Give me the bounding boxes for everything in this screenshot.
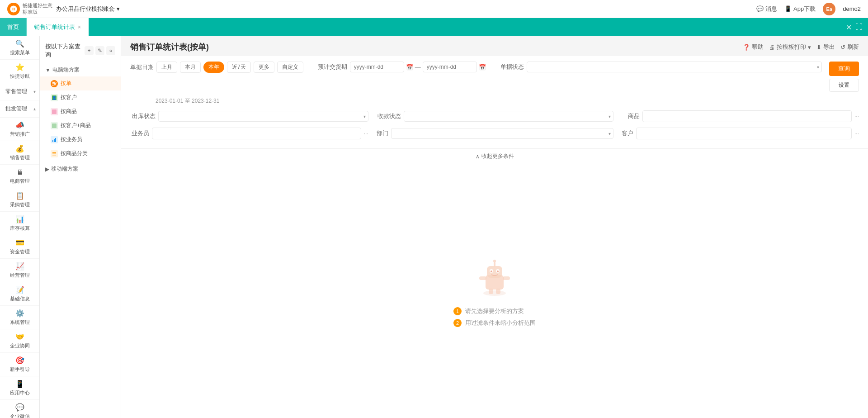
help-icon: ❓: [743, 44, 750, 51]
sidebar-item-inventory[interactable]: 📊 库存核算: [0, 212, 39, 235]
dept-select[interactable]: [391, 128, 614, 139]
payment-select[interactable]: [404, 111, 614, 122]
home-tab-label: 首页: [7, 23, 19, 31]
sidebar-item-app-center[interactable]: 📱 应用中心: [0, 376, 39, 400]
export-button[interactable]: ⬇ 导出: [816, 43, 835, 51]
svg-rect-8: [52, 153, 56, 154]
filter-row-1: 单据日期 上月 本月 本年 近7天 更多 自定义 预计交货期 📅 —: [130, 62, 859, 92]
plan-item-by-customer[interactable]: 👤 按客户: [40, 90, 121, 104]
sidebar-item-marketing[interactable]: 📣 营销推广: [0, 118, 39, 141]
sidebar-item-basic-label: 基础信息: [10, 295, 30, 302]
message-button[interactable]: 💬 消息: [756, 5, 777, 13]
date-btn-last-month[interactable]: 上月: [156, 62, 177, 73]
plan-item-by-category[interactable]: 按商品分类: [40, 147, 121, 161]
date-btn-more[interactable]: 更多: [254, 62, 274, 73]
sidebar-item-enterprise-wechat[interactable]: 💬 企业微信: [0, 400, 39, 418]
help-button[interactable]: ❓ 帮助: [743, 43, 764, 51]
sidebar-item-finance[interactable]: 💳 资金管理: [0, 235, 39, 259]
plan-group-mobile-label[interactable]: ▶ 移动端方案: [40, 162, 121, 176]
plan-item-by-product[interactable]: 按商品: [40, 104, 121, 119]
page-title: 销售订单统计表(按单): [130, 42, 209, 52]
edit-plan-button[interactable]: ✎: [95, 46, 104, 55]
sidebar-item-basic[interactable]: 📝 基础信息: [0, 282, 39, 306]
chevron-down-icon: ▾: [117, 5, 120, 12]
expected-date-start-input[interactable]: [350, 62, 404, 72]
customer-input[interactable]: [636, 128, 852, 139]
sidebar-item-inventory-label: 库存核算: [10, 225, 30, 232]
svg-point-10: [483, 290, 506, 296]
left-panel: 按以下方案查询 + ✎ « ▼ 电脑端方案 按 按单 👤 按客户: [40, 36, 121, 418]
filter-row-2: 出库状态 ▾ 收款状态 ▾: [130, 110, 859, 122]
date-btn-this-month[interactable]: 本月: [180, 62, 201, 73]
date-separator: —: [415, 64, 421, 71]
status-select[interactable]: [527, 62, 822, 72]
collapse-bar[interactable]: ∧ 收起更多条件: [121, 148, 868, 164]
company-selector[interactable]: 办公用品行业模拟账套 ▾: [56, 5, 120, 13]
expected-date-end-input[interactable]: [423, 62, 477, 72]
tab-home[interactable]: 首页: [0, 18, 27, 36]
cal-icon-start[interactable]: 📅: [406, 64, 413, 71]
sidebar-item-system[interactable]: ⚙️ 系统管理: [0, 306, 39, 329]
svg-rect-6: [55, 138, 56, 142]
payment-select-wrap: ▾: [404, 111, 614, 122]
expected-date-group: 预计交货期 📅 — 📅: [318, 62, 486, 72]
dept-filter-group: 部门 ▾: [376, 128, 614, 139]
setting-button[interactable]: 设置: [829, 79, 859, 92]
query-button[interactable]: 查询: [829, 62, 859, 76]
cal-icon-end[interactable]: 📅: [479, 64, 486, 71]
system-icon: ⚙️: [15, 309, 24, 318]
date-btn-custom[interactable]: 自定义: [277, 62, 303, 73]
avatar[interactable]: Ea: [823, 3, 835, 15]
sales-more-icon[interactable]: ···: [364, 130, 368, 137]
collapse-label: 收起更多条件: [481, 152, 514, 160]
sidebar-item-enterprise[interactable]: 🤝 企业协同: [0, 329, 39, 353]
print-button[interactable]: 🖨 按模板打印 ▾: [769, 43, 811, 51]
refresh-button[interactable]: ↺ 刷新: [840, 43, 859, 51]
add-plan-button[interactable]: +: [85, 46, 94, 55]
sales-input[interactable]: [152, 128, 361, 139]
logo-text: 畅捷通好生意 标准版: [23, 3, 52, 14]
sidebar-item-sales-label: 销售管理: [10, 154, 30, 161]
sidebar-item-sales[interactable]: 💰 销售管理: [0, 141, 39, 165]
date-btn-7days[interactable]: 近7天: [227, 62, 251, 73]
tab-close-window-icon[interactable]: ✕: [846, 23, 852, 32]
customer-more-icon[interactable]: ···: [854, 130, 859, 137]
plan-item-by-sales[interactable]: 按业务员: [40, 133, 121, 147]
tab-maximize-icon[interactable]: ⛶: [855, 23, 863, 31]
sidebar-item-shortcut[interactable]: ⭐ 快捷导航: [0, 60, 39, 83]
hint-1-number: 1: [453, 307, 462, 315]
tab-sales-order[interactable]: 销售订单统计表 ×: [27, 18, 89, 36]
date-btn-this-year[interactable]: 本年: [203, 62, 224, 73]
download-icon: 📱: [784, 5, 792, 12]
app-center-icon: 📱: [15, 380, 24, 388]
sidebar-item-operation[interactable]: 📈 经营管理: [0, 259, 39, 282]
plan-item-by-order[interactable]: 按 按单: [40, 76, 121, 90]
page-header: 销售订单统计表(按单) ❓ 帮助 🖨 按模板打印 ▾ ⬇ 导出 ↺ 刷新: [121, 36, 868, 56]
goods-more-icon[interactable]: ···: [854, 113, 859, 119]
date-range-display: 2023-01-01 至 2023-12-31: [130, 97, 859, 105]
collapse-panel-button[interactable]: «: [106, 46, 115, 55]
plan-group-desktop: ▼ 电脑端方案 按 按单 👤 按客户 按商品: [40, 63, 121, 161]
sidebar-item-search-label: 搜索菜单: [10, 49, 30, 56]
sidebar-item-newbie[interactable]: 🎯 新手引导: [0, 353, 39, 376]
filter-row-3: 业务员 ··· 部门 ▾ 客户 ···: [130, 128, 859, 139]
delivery-select[interactable]: [158, 111, 368, 122]
plan-item-by-cust-prod[interactable]: 按客户+商品: [40, 119, 121, 133]
app-download-button[interactable]: 📱 App下载: [784, 5, 816, 13]
tab-bar-actions: ✕ ⛶: [846, 23, 868, 32]
left-panel-title: 按以下方案查询: [45, 43, 85, 59]
expand-icon-mobile: ▶: [45, 166, 49, 172]
sidebar-item-purchase[interactable]: 📋 采购管理: [0, 188, 39, 212]
sidebar-item-ecommerce[interactable]: 🖥 电商管理: [0, 165, 39, 188]
svg-rect-17: [494, 262, 495, 266]
empty-hints: 1 请先选择要分析的方案 2 用过滤条件来缩小分析范围: [453, 307, 536, 327]
goods-input[interactable]: [642, 110, 852, 122]
by-cust-prod-icon: [51, 122, 58, 129]
tab-close-icon[interactable]: ×: [78, 24, 81, 30]
chevron-up-icon: ▴: [33, 106, 36, 111]
sidebar-item-search[interactable]: 🔍 搜索菜单: [0, 36, 39, 60]
goods-filter-group: 商品 ···: [621, 110, 859, 122]
sidebar-item-wholesale[interactable]: 批发管理 ▴: [0, 100, 39, 118]
sidebar-item-retail[interactable]: 零售管理 ▾: [0, 83, 39, 100]
plan-group-desktop-label[interactable]: ▼ 电脑端方案: [40, 63, 121, 76]
